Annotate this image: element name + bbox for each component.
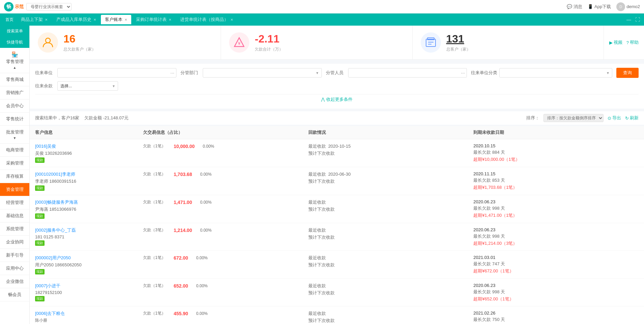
tag-xian-1: 现款 — [35, 185, 45, 191]
customer-name-3[interactable]: [0002]服务中心_丁磊 — [35, 227, 143, 233]
filter-person-input[interactable] — [348, 68, 467, 78]
overdue-days-5: 最长欠款 998 天 — [473, 289, 639, 295]
help-label: 帮助 — [630, 39, 639, 46]
filter-category-label: 往来单位分类 — [471, 70, 497, 76]
message-btn[interactable]: 💬 消息 — [567, 4, 582, 10]
overdue-cell-2: 2020.06.23 最长欠款 998 天 超期¥1,471.00（1笔） — [473, 199, 639, 218]
sidebar-item-inventory[interactable]: 库存核算 — [0, 170, 29, 183]
sidebar-item-system[interactable]: 系统管理 — [0, 223, 29, 236]
stat-card-total: 131 总客户（家） — [413, 26, 604, 59]
sidebar-item-vip[interactable]: 畅会员 — [0, 288, 29, 301]
overdue-link-0[interactable]: 超期¥10,000.00（1笔） — [473, 156, 639, 163]
tab-goods-close[interactable]: ✕ — [45, 18, 48, 22]
refresh-btn[interactable]: ↻ 刷新 — [625, 115, 639, 121]
last-payment-4: 最近收款 — [308, 255, 474, 261]
tab-purchase-stats[interactable]: 进货单统计表（按商品） ✕ — [176, 15, 237, 24]
customer-sub-5: 18279152100 — [35, 290, 143, 295]
customer-name-6[interactable]: [0006]去下粮仓 — [35, 311, 143, 317]
sidebar-search[interactable]: 搜索菜单 — [0, 26, 29, 37]
tab-customer-ledger[interactable]: 客户账本 ✕ — [101, 15, 131, 24]
sidebar-item-purchase[interactable]: 采购管理 — [0, 157, 29, 170]
sidebar-item-member[interactable]: 会员中心 — [0, 99, 29, 113]
filter-category-select[interactable] — [499, 68, 612, 78]
sidebar-item-retail-mgmt[interactable]: 🏪 零售管理 ▲ — [0, 48, 29, 73]
tab-purchase-order[interactable]: 采购订单统计表 ✕ — [132, 15, 175, 24]
message-icon: 💬 — [567, 4, 572, 9]
sidebar-item-enterprise[interactable]: 企业协同 — [0, 236, 29, 249]
tab-home[interactable]: 首页 — [3, 15, 16, 24]
filter-partner-input[interactable] — [57, 68, 176, 78]
tab-customer-close[interactable]: ✕ — [124, 18, 127, 22]
overdue-days-6: 最长欠款 750 天 — [473, 317, 639, 323]
overdue-link-1[interactable]: 超期¥1,703.68（1笔） — [473, 184, 639, 190]
sidebar-item-marketing[interactable]: 营销推广 — [0, 86, 29, 99]
overdue-link-2[interactable]: 超期¥1,471.00（1笔） — [473, 212, 639, 218]
filter-balance-select[interactable]: 选择... — [57, 81, 118, 91]
app-download-btn[interactable]: 📱 App下载 — [588, 4, 611, 10]
tab-minimize-icon[interactable]: — — [625, 16, 633, 23]
filter-balance-label: 往来余款 — [35, 83, 55, 89]
filter-department-select[interactable] — [203, 68, 322, 78]
sidebar-item-wechat[interactable]: 企业微信 — [0, 275, 29, 288]
customer-name-5[interactable]: [0007]小进干 — [35, 283, 143, 289]
stat-label-amount: 欠款合计（万） — [255, 47, 404, 52]
debt-amount-4: 672.00 — [174, 255, 188, 261]
query-button[interactable]: 查询 — [616, 68, 639, 78]
sidebar-item-retail-stats[interactable]: 零售统计 — [0, 113, 29, 126]
customer-name-4[interactable]: [000002]用户2050 — [35, 255, 143, 261]
sidebar-label-retail-mgmt: 零售管理 — [6, 59, 24, 65]
customer-name-1[interactable]: [0001020001]李老师 — [35, 171, 143, 177]
tab-goods[interactable]: 商品上下架 ✕ — [17, 15, 52, 24]
sidebar-item-retail-mall[interactable]: 零售商城 — [0, 73, 29, 86]
store-selector[interactable]: 母婴行业演示账套 — [26, 3, 72, 10]
sidebar-item-wholesale[interactable]: 批发管理 ▼ — [0, 126, 29, 144]
filter-collapse-btn[interactable]: ⋀ 收起更多条件 — [35, 94, 639, 105]
sidebar-item-app-center[interactable]: 应用中心 — [0, 262, 29, 275]
tab-purchase-stats-close[interactable]: ✕ — [230, 18, 233, 22]
tab-customer-label: 客户账本 — [105, 17, 122, 23]
svg-rect-5 — [428, 42, 433, 42]
overdue-cell-3: 2020.06.23 最长欠款 998 天 超期¥1,214.00（3笔） — [473, 227, 639, 246]
refresh-icon: ↻ — [625, 116, 629, 121]
debt-cell-5: 欠款（1笔） 652.00 0.00% — [143, 283, 308, 289]
table-row: [0003]畅捷服务尹海蒸 尹海蒸 18513066976 现款 欠款（1笔） … — [30, 195, 644, 223]
filter-person-label: 分管人员 — [326, 70, 346, 76]
overdue-cell-6: 2021.02.26 最长欠款 750 天 超期¥455.90（1笔） — [473, 311, 639, 324]
tab-production[interactable]: 产成品入库单历史 ✕ — [52, 15, 100, 24]
user-avatar[interactable]: D demo2 — [616, 2, 640, 11]
debt-percent-1: 0.00% — [200, 172, 212, 177]
stat-icon-amount: ¥ — [229, 32, 249, 53]
sidebar-item-ecommerce[interactable]: 电商管理 — [0, 144, 29, 157]
customer-sub-2: 尹海蒸 18513066976 — [35, 206, 143, 212]
sidebar-item-finance[interactable]: 资金管理 — [0, 183, 29, 196]
customer-sub-1: 李老师 18600391516 — [35, 178, 143, 184]
table-row: [0016]吴俊 吴俊 13026203696 现款 欠款（1笔） 10,000… — [30, 139, 644, 167]
tab-bar: 首页 商品上下架 ✕ 产成品入库单历史 ✕ 客户账本 ✕ 采购订单统计表 ✕ 进… — [0, 13, 644, 26]
tab-purchase-close[interactable]: ✕ — [169, 18, 171, 22]
overdue-link-4[interactable]: 超期¥672.00（1笔） — [473, 268, 639, 274]
tab-production-label: 产成品入库单历史 — [56, 17, 91, 23]
sort-select[interactable]: 排序：按欠款金额倒序排序 — [543, 114, 604, 122]
tab-production-close[interactable]: ✕ — [93, 18, 96, 22]
sidebar-quick-nav[interactable]: 快捷导航 — [0, 37, 29, 48]
sidebar-item-basic-info[interactable]: 基础信息 — [0, 209, 29, 223]
sidebar-label-finance: 资金管理 — [6, 186, 24, 193]
export-btn[interactable]: ⊙ 导出 — [608, 115, 621, 121]
customer-name-0[interactable]: [0016]吴俊 — [35, 143, 143, 149]
video-btn[interactable]: ▶ 视频 — [609, 31, 622, 54]
sidebar-label-marketing: 营销推广 — [6, 90, 24, 96]
sidebar-item-guide[interactable]: 新手引导 — [0, 249, 29, 262]
overdue-link-3[interactable]: 超期¥1,214.00（3笔） — [473, 240, 639, 246]
filter-partner-dots[interactable]: ··· — [170, 70, 174, 76]
sidebar-label-retail-mall: 零售商城 — [6, 77, 24, 83]
customer-cell-1: [0001020001]李老师 李老师 18600391516 现款 — [35, 171, 143, 191]
sidebar-item-operation[interactable]: 经营管理 — [0, 196, 29, 209]
filter-person-dots[interactable]: ··· — [461, 70, 465, 76]
customer-name-2[interactable]: [0003]畅捷服务尹海蒸 — [35, 199, 143, 205]
table-row: [0001020001]李老师 李老师 18600391516 现款 欠款（1笔… — [30, 167, 644, 195]
filter-person: 分管人员 ··· — [326, 68, 467, 78]
help-btn[interactable]: ? 帮助 — [626, 31, 639, 54]
main-layout: 搜索菜单 快捷导航 🏪 零售管理 ▲ 零售商城 营销推广 会员中心 零售统计 批… — [0, 26, 644, 324]
overdue-link-5[interactable]: 超期¥652.00（1笔） — [473, 296, 639, 302]
tab-maximize-icon[interactable]: ⛶ — [634, 16, 641, 23]
